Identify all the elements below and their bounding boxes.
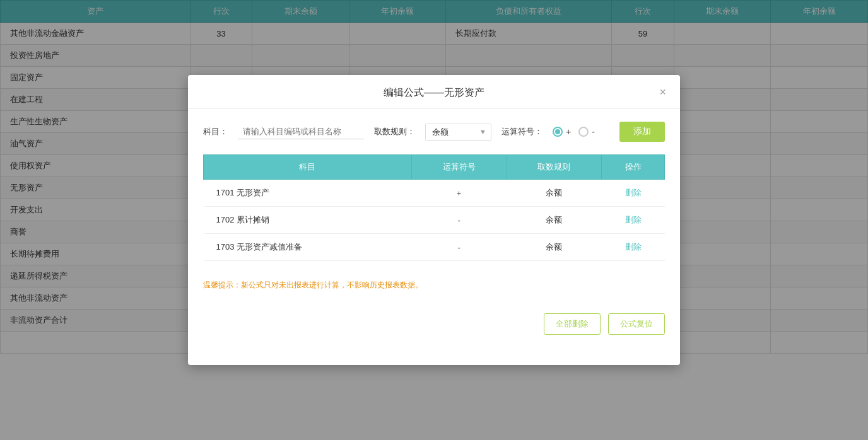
th-operator: 运算符号	[411, 155, 507, 180]
delete-row-button[interactable]: 删除	[625, 241, 642, 253]
radio-circle-minus	[578, 127, 589, 137]
modal-overlay: 编辑公式——无形资产 × 科目： 取数规则： 余额借方贷方借方发生额贷方发生额 …	[0, 0, 868, 440]
operator-radio-group: + -	[553, 127, 595, 137]
operator-label: 运算符号：	[501, 126, 542, 137]
table-row: 1702 累计摊销-余额删除	[204, 207, 665, 234]
form-row: 科目： 取数规则： 余额借方贷方借方发生额贷方发生额 ▼ 运算符号： +	[203, 122, 665, 142]
delete-row-button[interactable]: 删除	[625, 214, 642, 226]
subject-input[interactable]	[238, 124, 364, 139]
table-header-row: 科目 运算符号 取数规则 操作	[204, 155, 665, 180]
rule-select[interactable]: 余额借方贷方借方发生额贷方发生额	[425, 124, 491, 141]
operator-plus-radio[interactable]: +	[553, 127, 571, 137]
th-rule: 取数规则	[507, 155, 602, 180]
modal-title: 编辑公式——无形资产	[384, 87, 484, 98]
delete-all-button[interactable]: 全部删除	[544, 313, 601, 335]
table-row: 1701 无形资产+余额删除	[204, 180, 665, 207]
operator-minus-radio[interactable]: -	[578, 127, 595, 137]
th-action: 操作	[602, 155, 665, 180]
reset-formula-button[interactable]: 公式复位	[608, 313, 665, 335]
rule-label: 取数规则：	[374, 126, 415, 137]
modal-header: 编辑公式——无形资产 ×	[188, 75, 680, 109]
edit-formula-modal: 编辑公式——无形资产 × 科目： 取数规则： 余额借方贷方借方发生额贷方发生额 …	[188, 75, 680, 365]
warning-text: 温馨提示：新公式只对未出报表进行计算，不影响历史报表数据。	[203, 274, 665, 301]
rule-select-wrapper: 余额借方贷方借方发生额贷方发生额 ▼	[425, 124, 491, 141]
add-button[interactable]: 添加	[619, 122, 665, 142]
table-row: 1703 无形资产减值准备-余额删除	[204, 234, 665, 261]
formula-table: 科目 运算符号 取数规则 操作 1701 无形资产+余额删除1702 累计摊销-…	[203, 154, 665, 261]
subject-label: 科目：	[203, 126, 228, 137]
radio-circle-plus	[553, 127, 563, 137]
modal-footer: 全部删除 公式复位	[188, 313, 680, 347]
delete-row-button[interactable]: 删除	[625, 187, 642, 199]
operator-plus-label: +	[566, 127, 571, 137]
operator-minus-label: -	[592, 127, 595, 137]
modal-close-button[interactable]: ×	[657, 84, 669, 100]
modal-body: 科目： 取数规则： 余额借方贷方借方发生额贷方发生额 ▼ 运算符号： +	[188, 109, 680, 313]
th-subject: 科目	[204, 155, 412, 180]
